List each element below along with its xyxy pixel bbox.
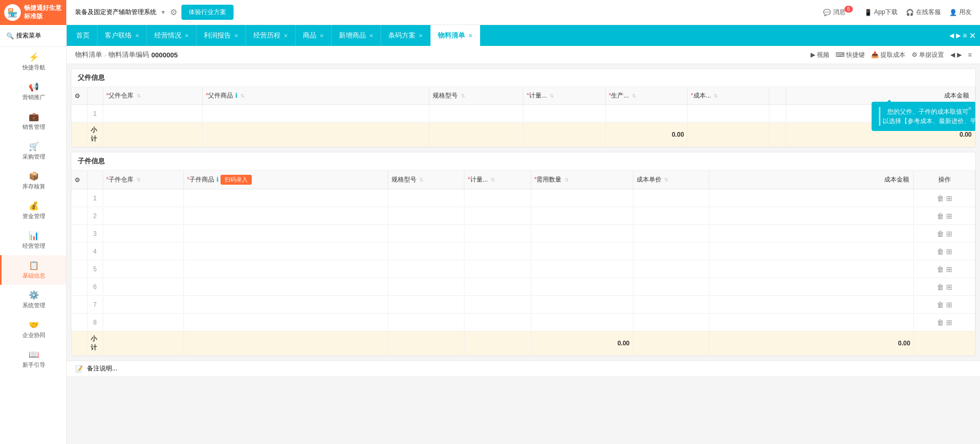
tooltip-popup: × 您的父件、子件的成本取值可 以选择【参考成本、最新进价、平均成本】 xyxy=(872,102,975,131)
message-icon: 💬 xyxy=(823,9,831,16)
sidebar-item-collab[interactable]: 🤝 企业协同 xyxy=(0,315,66,344)
delete-icon[interactable]: 🗑 xyxy=(937,318,944,327)
info-icon-parent[interactable]: ℹ xyxy=(235,92,238,99)
parent-col-goods: *父件商品 ℹ ⇅ xyxy=(202,87,430,105)
extract-cost-button[interactable]: 📥 提取成本 xyxy=(871,51,905,59)
tab-close-goods[interactable]: ✕ xyxy=(320,33,324,39)
table-row: 8 🗑 ⊞ xyxy=(71,314,975,331)
delete-icon[interactable]: 🗑 xyxy=(937,283,944,291)
search-icon: 🔍 xyxy=(6,32,14,40)
basic-icon: 📋 xyxy=(29,260,39,270)
delete-icon[interactable]: 🗑 xyxy=(937,301,944,309)
try-button[interactable]: 体验行业方案 xyxy=(181,5,234,20)
delete-icon[interactable]: 🗑 xyxy=(937,247,944,256)
delete-icon[interactable]: 🗑 xyxy=(937,194,944,202)
sidebar-item-sales[interactable]: 💼 销售管理 xyxy=(0,106,66,136)
guide-icon: 📖 xyxy=(29,350,39,359)
settings-icon[interactable]: ⚙ xyxy=(170,7,177,17)
sidebar-item-marketing[interactable]: 📢 营销推广 xyxy=(0,77,66,106)
parent-col-cost-amount: 成本金额 × 您的父件、子件的成本取值可 以选择【参考成本、最新进价、平均成本】 xyxy=(786,87,975,105)
tab-close-profit[interactable]: ✕ xyxy=(234,33,238,39)
tab-profit[interactable]: 利润报告 ✕ xyxy=(197,25,246,46)
tab-close-new-goods[interactable]: ✕ xyxy=(369,33,373,39)
sidebar-item-inventory[interactable]: 📦 库存核算 xyxy=(0,166,66,196)
phone-icon: 📱 xyxy=(864,9,872,16)
table-row: 6 🗑 ⊞ xyxy=(71,278,975,296)
breadcrumb-num-label: 物料清单编码 xyxy=(108,50,149,59)
sidebar-search[interactable]: 🔍 搜索菜单 xyxy=(0,25,66,47)
message-button[interactable]: 💬 消息 6 xyxy=(823,8,856,17)
tab-close-ops-status[interactable]: ✕ xyxy=(185,33,189,39)
online-service-button[interactable]: 🎧 在线客服 xyxy=(906,8,941,17)
marketing-icon: 📢 xyxy=(29,82,39,92)
tab-close-barcode[interactable]: ✕ xyxy=(419,33,423,39)
tab-home[interactable]: 首页 xyxy=(69,25,97,46)
tab-menu-icon[interactable]: ≡ xyxy=(963,31,967,40)
delete-icon[interactable]: 🗑 xyxy=(937,265,944,273)
scan-button[interactable]: 扫码录入 xyxy=(220,175,252,185)
copy-icon[interactable]: ⊞ xyxy=(946,265,952,273)
system-name: 装备及固定资产辅助管理系统 xyxy=(75,8,156,17)
tab-customers[interactable]: 客户联络 ✕ xyxy=(97,25,147,46)
copy-icon[interactable]: ⊞ xyxy=(946,301,952,309)
sidebar-item-quick-nav[interactable]: ⚡ 快捷导航 xyxy=(0,47,66,77)
copy-icon[interactable]: ⊞ xyxy=(946,212,952,220)
child-col-settings[interactable]: ⚙ xyxy=(71,171,87,189)
video-icon: ▶ xyxy=(811,51,815,58)
sidebar-item-system[interactable]: ⚙️ 系统管理 xyxy=(0,285,66,315)
tab-ops-history[interactable]: 经营历程 ✕ xyxy=(246,25,296,46)
copy-icon[interactable]: ⊞ xyxy=(946,318,952,327)
system-dropdown-icon[interactable]: ▼ xyxy=(161,9,166,15)
delete-icon[interactable]: 🗑 xyxy=(937,230,944,238)
nav-arrows: ◀ ▶ xyxy=(950,51,962,58)
user-menu[interactable]: 👤 用友 xyxy=(949,8,972,17)
view-toggle-icon[interactable]: ≡ xyxy=(968,51,972,58)
breadcrumb-bom[interactable]: 物料清单 xyxy=(75,50,102,59)
tooltip-close-button[interactable]: × xyxy=(968,104,972,113)
shortcuts-button[interactable]: ⌨ 快捷键 xyxy=(836,51,865,59)
parent-section: 父件信息 ⚙ *父件仓库 ⇅ *父件商品 ℹ xyxy=(71,68,976,148)
tab-close-all-icon[interactable]: ✕ xyxy=(969,31,976,41)
tab-barcode[interactable]: 条码方案 ✕ xyxy=(381,25,431,46)
table-row: 2 🗑 ⊞ xyxy=(71,207,975,225)
sidebar: 🏪 畅捷通好生意 标准版 🔍 搜索菜单 ⚡ 快捷导航 📢 营销推广 💼 销售管理… xyxy=(0,0,67,444)
sidebar-item-finance[interactable]: 💰 资金管理 xyxy=(0,196,66,225)
sidebar-item-guide[interactable]: 📖 新手引导 xyxy=(0,344,66,374)
copy-icon[interactable]: ⊞ xyxy=(946,283,952,291)
copy-icon[interactable]: ⊞ xyxy=(946,230,952,238)
single-settings-button[interactable]: ⚙ 单据设置 xyxy=(912,51,944,59)
sidebar-item-basic[interactable]: 📋 基础信息 xyxy=(0,255,66,285)
child-col-row-num xyxy=(87,171,103,189)
parent-col-warehouse: *父件仓库 ⇅ xyxy=(103,87,202,105)
sidebar-nav: ⚡ 快捷导航 📢 营销推广 💼 销售管理 🛒 采购管理 📦 库存核算 💰 资金管… xyxy=(0,47,66,444)
info-icon-child[interactable]: ℹ xyxy=(216,176,219,183)
tab-ops-status[interactable]: 经营情况 ✕ xyxy=(147,25,197,46)
parent-col-settings[interactable]: ⚙ xyxy=(71,87,87,105)
next-arrow[interactable]: ▶ xyxy=(957,51,962,58)
purchase-icon: 🛒 xyxy=(29,141,39,151)
copy-icon[interactable]: ⊞ xyxy=(946,247,952,256)
copy-icon[interactable]: ⊞ xyxy=(946,194,952,202)
tab-close-bom[interactable]: ✕ xyxy=(468,33,472,39)
sidebar-item-ops[interactable]: 📊 经营管理 xyxy=(0,225,66,255)
tab-new-goods[interactable]: 新增商品 ✕ xyxy=(332,25,381,46)
parent-col-production: *生产... ⇅ xyxy=(605,87,687,105)
parent-col-spec: 规格型号 ⇅ xyxy=(430,87,523,105)
prev-arrow[interactable]: ◀ xyxy=(950,51,955,58)
tab-nav-left-icon[interactable]: ◀ xyxy=(949,32,954,39)
tab-bom[interactable]: 物料清单 ✕ xyxy=(431,25,480,46)
app-download-button[interactable]: 📱 App下载 xyxy=(864,8,898,17)
tab-goods[interactable]: 商品 ✕ xyxy=(296,25,332,46)
quick-nav-icon: ⚡ xyxy=(29,52,39,62)
tabbar: 首页 客户联络 ✕ 经营情况 ✕ 利润报告 ✕ 经营历程 ✕ 商品 ✕ 新增商品… xyxy=(67,25,980,46)
sidebar-item-purchase[interactable]: 🛒 采购管理 xyxy=(0,136,66,166)
extract-icon: 📥 xyxy=(871,51,879,58)
content-area: 物料清单 › 物料清单编码 0000005 ▶ 视频 ⌨ 快捷键 📥 提取成本 xyxy=(67,46,980,444)
child-col-warehouse: *子件仓库 ⇅ xyxy=(103,171,183,189)
tab-close-customers[interactable]: ✕ xyxy=(135,33,139,39)
bottom-bar: 📝 备注说明... xyxy=(67,361,980,376)
tab-nav-right-icon[interactable]: ▶ xyxy=(956,32,961,39)
tab-close-ops-history[interactable]: ✕ xyxy=(284,33,288,39)
delete-icon[interactable]: 🗑 xyxy=(937,212,944,220)
video-button[interactable]: ▶ 视频 xyxy=(811,51,829,59)
